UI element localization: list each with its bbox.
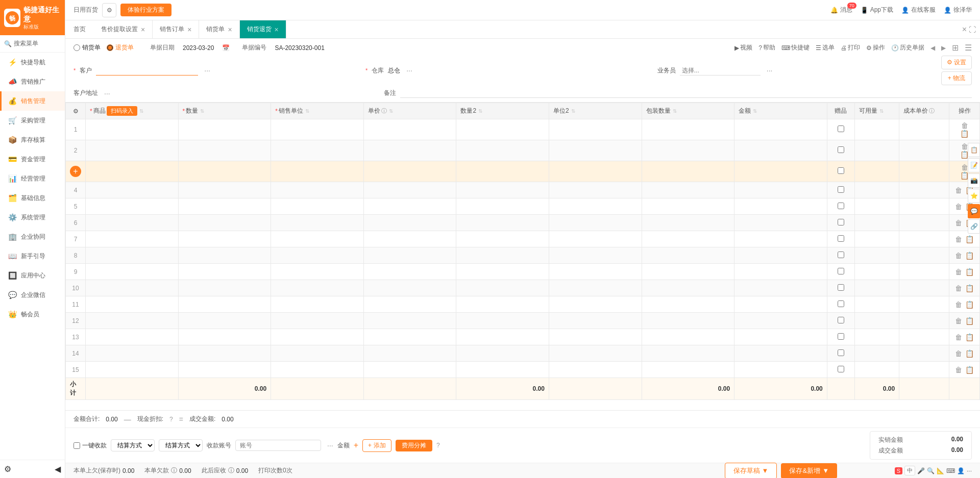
split-question-icon[interactable]: ? <box>436 442 440 449</box>
ime-icon-scan[interactable]: 🔍 <box>927 467 935 474</box>
prev-doc-button[interactable]: ◀ <box>930 44 935 52</box>
cost-info-icon[interactable]: ⓘ <box>929 107 935 115</box>
close-tab-button[interactable]: × <box>962 25 967 34</box>
right-tool-3[interactable]: 📸 <box>968 173 980 188</box>
gift-checkbox[interactable] <box>838 317 844 323</box>
copy-row-icon[interactable]: 📋 <box>965 317 974 325</box>
right-tool-5[interactable]: 💬 <box>968 204 980 218</box>
notification-button[interactable]: 🔔 消息 70 <box>830 6 852 14</box>
ime-icon-more[interactable]: ··· <box>967 467 972 474</box>
sidebar-item-basic[interactable]: 🗂️ 基础信息 <box>0 188 65 208</box>
delete-row-icon[interactable]: 🗑 <box>961 121 968 130</box>
ime-icon-person[interactable]: 👤 <box>957 467 965 474</box>
delete-row-icon[interactable]: 🗑 <box>955 235 962 243</box>
experience-button[interactable]: 体验行业方案 <box>120 4 172 16</box>
ime-icon-s[interactable]: S <box>895 467 902 474</box>
gift-checkbox[interactable] <box>838 219 844 225</box>
sidebar-item-system[interactable]: ⚙️ 系统管理 <box>0 208 65 227</box>
customer-input[interactable] <box>96 66 198 76</box>
amount-cell-active[interactable] <box>734 161 827 182</box>
sidebar-item-sales[interactable]: 💰 销售管理 <box>0 91 65 111</box>
sidebar-search[interactable]: 🔍 搜索菜单 <box>0 35 65 53</box>
question-icon[interactable]: ? <box>169 416 173 423</box>
amount-input[interactable] <box>739 126 823 133</box>
qty-cell-active[interactable] <box>178 161 271 182</box>
unit-sort-icon[interactable]: ⇅ <box>305 108 309 114</box>
tab-sales-bill[interactable]: 销货单 × <box>199 20 239 38</box>
pkg-input[interactable] <box>646 126 730 133</box>
calculation-method-select[interactable]: 结算方式 <box>159 439 203 451</box>
qty2-cell-active[interactable] <box>456 161 549 182</box>
sidebar-item-member[interactable]: 👑 畅会员 <box>0 305 65 324</box>
qty-cell[interactable] <box>178 119 271 140</box>
copy-row-icon[interactable]: 📋 <box>965 268 974 276</box>
copy-row-icon[interactable]: 📋 <box>965 284 974 292</box>
sidebar-item-purchase[interactable]: 🛒 采购管理 <box>0 111 65 130</box>
ime-icon-mic[interactable]: 🎤 <box>917 467 925 474</box>
gift-checkbox[interactable] <box>838 268 844 274</box>
delete-row-icon[interactable]: 🗑 <box>955 251 962 260</box>
tab-close-icon[interactable]: × <box>228 26 232 33</box>
price-sort-icon[interactable]: ⇅ <box>389 108 393 114</box>
unit-input[interactable] <box>275 126 359 133</box>
copy-row-icon[interactable]: 📋 <box>965 333 974 341</box>
settings-action-button[interactable]: ⚙ 设置 <box>941 56 972 69</box>
add-row-button[interactable]: + <box>70 166 81 177</box>
qty2-input[interactable] <box>460 126 545 133</box>
copy-row-icon[interactable]: 📋 <box>965 300 974 309</box>
online-service-button[interactable]: 👤 在线客服 <box>901 6 936 14</box>
gift-checkbox[interactable] <box>838 366 844 372</box>
toolbar-select[interactable]: ☰ 选单 <box>816 43 835 52</box>
copy-row-icon[interactable]: 📋 <box>965 235 974 243</box>
gift-cell-active[interactable] <box>827 161 854 182</box>
salesperson-input[interactable] <box>680 66 761 76</box>
sidebar-item-operation[interactable]: 📊 经营管理 <box>0 169 65 188</box>
product-input[interactable] <box>90 126 174 133</box>
tab-home[interactable]: 首页 <box>65 20 94 38</box>
tab-close-icon[interactable]: × <box>187 26 191 33</box>
settings-icon[interactable]: ⚙ <box>4 464 11 474</box>
collapse-icon[interactable]: ◀ <box>55 464 61 474</box>
one-click-payment-checkbox[interactable]: 一键收款 <box>74 441 107 450</box>
delete-row-icon[interactable]: 🗑 <box>955 284 962 292</box>
sidebar-item-enterprise[interactable]: 🏢 企业协同 <box>0 227 65 246</box>
settlement-method-select[interactable]: 结算方式 <box>111 439 155 451</box>
app-download-button[interactable]: 📱 App下载 <box>861 6 893 14</box>
delete-row-icon[interactable]: 🗑 <box>955 203 962 211</box>
payment-checkbox[interactable] <box>74 442 80 449</box>
tab-price-extract[interactable]: 售价提取设置 × <box>94 20 153 38</box>
col-gear[interactable]: ⚙ <box>66 103 86 119</box>
navbar-gear-button[interactable]: ⚙ <box>102 3 116 17</box>
ime-icon-zh[interactable]: 中 <box>904 466 915 475</box>
qty-input[interactable] <box>183 126 267 133</box>
delete-row-icon[interactable]: 🗑 <box>955 186 962 194</box>
remark-input[interactable] <box>400 88 972 98</box>
product-input-active[interactable] <box>90 168 174 175</box>
ime-icon-keyboard[interactable]: ⌨ <box>946 467 955 474</box>
right-tool-2[interactable]: 📝 <box>968 158 980 172</box>
price-info-icon[interactable]: ⓘ <box>381 107 387 115</box>
unit2-cell[interactable] <box>549 119 642 140</box>
scan-input-button[interactable]: 扫码录入 <box>107 106 137 116</box>
radio-sales-bill[interactable]: 销货单 <box>74 43 101 52</box>
warehouse-dots-button[interactable]: ··· <box>406 66 412 74</box>
gift-checkbox[interactable] <box>838 125 844 132</box>
tab-sales-order[interactable]: 销售订单 × <box>153 20 199 38</box>
product-sort-icon[interactable]: ⇅ <box>139 108 143 114</box>
tab-close-icon[interactable]: × <box>141 26 145 33</box>
gift-checkbox[interactable] <box>838 203 844 209</box>
gift-checkbox[interactable] <box>838 349 844 356</box>
qty2-cell[interactable] <box>456 119 549 140</box>
grid-view-icon[interactable]: ⊞ <box>952 43 959 53</box>
add-button[interactable]: + 添加 <box>362 439 391 452</box>
right-tool-6[interactable]: 🔗 <box>968 219 980 234</box>
sidebar-item-apps[interactable]: 🔲 应用中心 <box>0 266 65 285</box>
logistics-button[interactable]: + 物流 <box>941 71 972 85</box>
right-tool-1[interactable]: 📋 <box>968 143 980 157</box>
product-cell[interactable] <box>86 140 179 161</box>
product-input[interactable] <box>90 147 174 154</box>
unit-cell-active[interactable] <box>271 161 364 182</box>
delete-row-icon[interactable]: 🗑 <box>961 142 968 150</box>
delete-row-icon[interactable]: 🗑 <box>955 333 962 341</box>
amount-sort-icon[interactable]: ⇅ <box>753 108 757 114</box>
